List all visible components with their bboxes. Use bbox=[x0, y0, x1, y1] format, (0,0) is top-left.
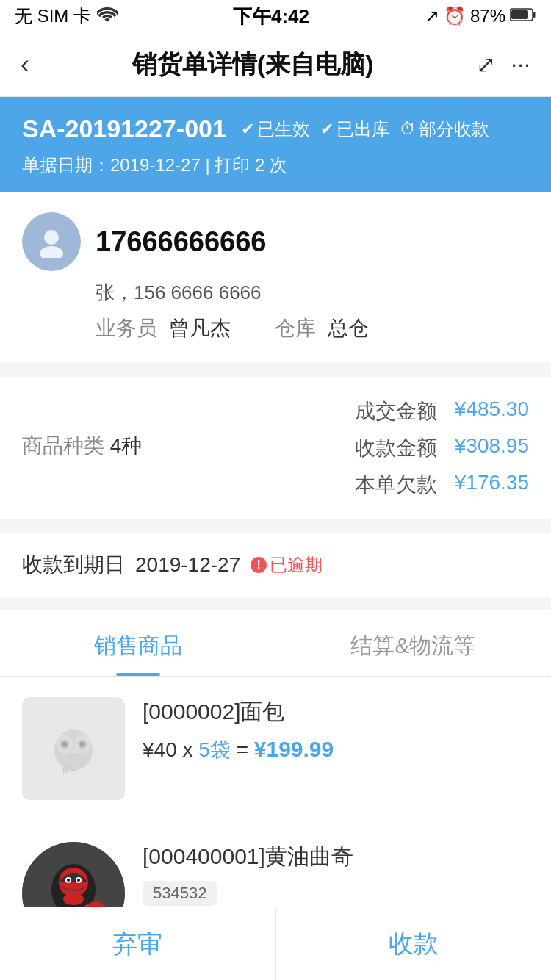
badge-shipped-label: 已出库 bbox=[336, 118, 389, 141]
product-info-1: [0000002]面包 ¥40 x 5袋 = ¥199.99 bbox=[143, 697, 529, 764]
svg-point-3 bbox=[44, 230, 59, 245]
cancel-review-button[interactable]: 弃审 bbox=[0, 907, 276, 980]
warehouse-label: 仓库 bbox=[275, 317, 316, 339]
overdue-label: 已逾期 bbox=[270, 553, 323, 577]
page-title: 销货单详情(来自电脑) bbox=[132, 48, 374, 82]
more-icon[interactable]: ··· bbox=[511, 51, 530, 78]
svg-text:兽+: 兽+ bbox=[62, 765, 76, 776]
order-print: | 打印 2 次 bbox=[205, 155, 287, 175]
status-bar: 无 SIM 卡 下午4:42 ↗ ⏰ 87% bbox=[0, 0, 551, 32]
back-button[interactable]: ‹ bbox=[21, 49, 29, 80]
sim-status: 无 SIM 卡 bbox=[15, 4, 91, 28]
warehouse-field: 仓库 总仓 bbox=[275, 314, 369, 342]
product-price-1: ¥40 x 5袋 = ¥199.99 bbox=[143, 736, 529, 764]
summary-section: 商品种类 4种 成交金额 ¥485.30 收款金额 ¥308.95 本单欠款 ¥… bbox=[0, 377, 551, 520]
battery-icon bbox=[510, 6, 536, 26]
svg-point-21 bbox=[77, 879, 80, 882]
battery-level: 87% bbox=[470, 6, 505, 26]
due-date-value: 2019-12-27 bbox=[135, 553, 240, 577]
product-name-1: [0000002]面包 bbox=[143, 697, 529, 727]
tab-sales-products[interactable]: 销售商品 bbox=[0, 610, 276, 676]
product-price-unit-1: ¥40 bbox=[143, 738, 177, 761]
product-total-1: ¥199.99 bbox=[254, 737, 334, 761]
badge-effective: ✔ 已生效 bbox=[241, 118, 310, 141]
avatar bbox=[22, 212, 81, 271]
order-date: 单据日期：2019-12-27 bbox=[22, 155, 201, 175]
amounts: 成交金额 ¥485.30 收款金额 ¥308.95 本单欠款 ¥176.35 bbox=[355, 397, 529, 499]
salesperson-field: 业务员 曾凡杰 bbox=[96, 314, 231, 342]
amount-received-value: ¥308.95 bbox=[455, 434, 529, 462]
alarm-icon: ⏰ bbox=[444, 6, 466, 26]
wifi-icon bbox=[97, 6, 118, 26]
status-time: 下午4:42 bbox=[233, 4, 309, 29]
overdue-dot-icon: ! bbox=[251, 557, 267, 573]
check-icon-1: ✔ bbox=[241, 120, 254, 139]
customer-meta: 业务员 曾凡杰 仓库 总仓 bbox=[22, 314, 529, 342]
amount-deal-label: 成交金额 bbox=[355, 397, 437, 425]
product-x-1: x bbox=[183, 738, 199, 761]
collect-payment-button[interactable]: 收款 bbox=[276, 907, 552, 980]
badge-shipped: ✔ 已出库 bbox=[320, 118, 389, 141]
svg-rect-1 bbox=[533, 12, 535, 18]
check-icon-2: ✔ bbox=[320, 120, 334, 139]
svg-point-12 bbox=[68, 748, 79, 755]
nav-bar: ‹ 销货单详情(来自电脑) ⤢ ··· bbox=[0, 32, 551, 97]
product-types-label: 商品种类 bbox=[22, 434, 104, 457]
product-name-2: [000400001]黄油曲奇 bbox=[143, 842, 529, 872]
tabs-section: 销售商品 结算&物流等 bbox=[0, 610, 551, 677]
amount-owed-value: ¥176.35 bbox=[455, 471, 529, 499]
product-sku-2: 534532 bbox=[143, 881, 217, 906]
product-types: 商品种类 4种 bbox=[22, 432, 142, 460]
order-header: SA-20191227-001 ✔ 已生效 ✔ 已出库 ⏱ 部分收款 单据日期：… bbox=[0, 97, 551, 192]
customer-name: 17666666666 bbox=[96, 226, 266, 258]
svg-point-11 bbox=[80, 742, 84, 746]
product-qty-1: 5袋 bbox=[198, 738, 231, 761]
nav-actions: ⤢ ··· bbox=[476, 51, 530, 79]
due-date-label: 收款到期日 bbox=[22, 551, 125, 579]
clock-icon: ⏱ bbox=[400, 120, 416, 139]
status-right: ↗ ⏰ 87% bbox=[425, 6, 536, 26]
salesperson-label: 业务员 bbox=[96, 317, 157, 339]
location-icon: ↗ bbox=[425, 6, 439, 26]
amount-deal: 成交金额 ¥485.30 bbox=[355, 397, 529, 425]
warehouse-value: 总仓 bbox=[328, 317, 369, 339]
svg-rect-2 bbox=[511, 10, 528, 19]
order-id: SA-20191227-001 bbox=[22, 115, 226, 143]
amount-owed-label: 本单欠款 bbox=[355, 471, 437, 499]
customer-contact: 张，156 6666 6666 bbox=[22, 280, 529, 306]
product-types-value: 4种 bbox=[110, 434, 143, 457]
amount-deal-value: ¥485.30 bbox=[455, 397, 529, 425]
bottom-bar: 弃审 收款 bbox=[0, 907, 551, 980]
product-image-1: 兽+ bbox=[44, 719, 103, 778]
product-thumbnail-1: 兽+ bbox=[22, 697, 125, 800]
svg-point-10 bbox=[62, 742, 67, 746]
amount-owed: 本单欠款 ¥176.35 bbox=[355, 471, 529, 499]
due-section: 收款到期日 2019-12-27 ! 已逾期 bbox=[0, 533, 551, 597]
status-badges: ✔ 已生效 ✔ 已出库 ⏱ 部分收款 bbox=[241, 118, 489, 141]
svg-point-4 bbox=[40, 246, 63, 258]
share-icon[interactable]: ⤢ bbox=[476, 51, 496, 79]
amount-received: 收款金额 ¥308.95 bbox=[355, 434, 529, 462]
badge-partial: ⏱ 部分收款 bbox=[400, 118, 489, 141]
status-left: 无 SIM 卡 bbox=[15, 4, 118, 28]
svg-point-17 bbox=[63, 893, 84, 905]
badge-effective-label: 已生效 bbox=[257, 118, 310, 141]
customer-section: 17666666666 张，156 6666 6666 业务员 曾凡杰 仓库 总… bbox=[0, 192, 551, 364]
svg-point-20 bbox=[67, 879, 70, 882]
overdue-badge: ! 已逾期 bbox=[251, 553, 323, 577]
tab-settlement[interactable]: 结算&物流等 bbox=[276, 610, 551, 676]
order-meta: 单据日期：2019-12-27 | 打印 2 次 bbox=[22, 154, 529, 177]
product-eq-1: = bbox=[237, 738, 254, 761]
list-item: 兽+ [0000002]面包 ¥40 x 5袋 = ¥199.99 bbox=[0, 677, 551, 821]
badge-partial-label: 部分收款 bbox=[419, 118, 489, 141]
amount-received-label: 收款金额 bbox=[355, 434, 437, 462]
salesperson-value: 曾凡杰 bbox=[169, 317, 231, 339]
